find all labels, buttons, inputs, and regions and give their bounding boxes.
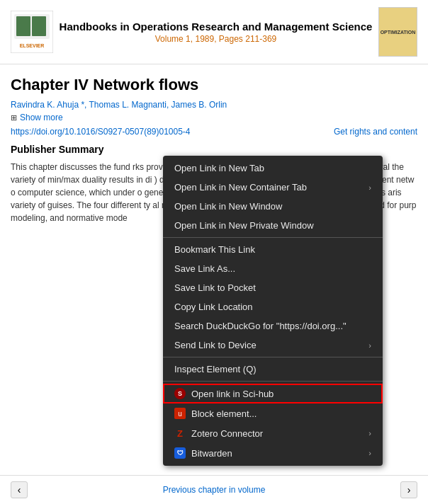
journal-volume: Volume 1, 1989, Pages 211-369 bbox=[53, 34, 378, 44]
bottom-navigation: ‹ Previous chapter in volume › bbox=[0, 475, 428, 504]
bitwarden-icon: 🛡 bbox=[174, 447, 186, 459]
svg-rect-2 bbox=[16, 16, 30, 36]
menu-open-sci-hub[interactable]: S Open link in Sci-hub bbox=[163, 384, 383, 403]
doi-row: https://doi.org/10.1016/S0927-0507(89)01… bbox=[11, 127, 417, 137]
arrow-icon: › bbox=[368, 341, 371, 350]
menu-bookmark-link[interactable]: Bookmark This Link bbox=[163, 240, 383, 259]
menu-open-new-window[interactable]: Open Link in New Window bbox=[163, 197, 383, 216]
arrow-icon: › bbox=[368, 183, 371, 192]
menu-divider-1 bbox=[163, 237, 383, 238]
doi-link[interactable]: https://doi.org/10.1016/S0927-0507(89)01… bbox=[11, 127, 191, 137]
prev-chapter-button[interactable]: ‹ bbox=[11, 481, 28, 498]
block-icon: u bbox=[174, 408, 186, 419]
journal-title: Handbooks in Operations Research and Man… bbox=[53, 20, 378, 44]
show-more-row: ⊞ Show more bbox=[11, 113, 417, 122]
sci-hub-icon: S bbox=[174, 388, 186, 399]
svg-text:ELSEVIER: ELSEVIER bbox=[20, 43, 45, 48]
get-rights-link[interactable]: Get rights and content bbox=[334, 127, 417, 137]
authors: Ravindra K. Ahuja *, Thomas L. Magnanti,… bbox=[11, 100, 417, 110]
menu-save-link-as[interactable]: Save Link As... bbox=[163, 259, 383, 278]
menu-block-element[interactable]: u Block element... bbox=[163, 403, 383, 423]
menu-divider-2 bbox=[163, 357, 383, 357]
menu-open-new-tab[interactable]: Open Link in New Tab bbox=[163, 159, 383, 178]
svg-rect-3 bbox=[32, 16, 46, 36]
book-thumbnail: OPTIMIZATION bbox=[378, 7, 417, 57]
menu-open-container-tab[interactable]: Open Link in New Container Tab › bbox=[163, 178, 383, 197]
menu-zotero[interactable]: Z Zotero Connector › bbox=[163, 423, 383, 443]
menu-divider-3 bbox=[163, 381, 383, 382]
arrow-icon: › bbox=[368, 429, 371, 437]
menu-search-duckduckgo[interactable]: Search DuckDuckGo for "https://doi.org..… bbox=[163, 316, 383, 336]
chapter-title: Chapter IV Network flows bbox=[11, 76, 417, 94]
next-chapter-button[interactable]: › bbox=[400, 481, 417, 498]
prev-chapter-link[interactable]: Previous chapter in volume bbox=[163, 485, 266, 495]
menu-save-to-pocket[interactable]: Save Link to Pocket bbox=[163, 278, 383, 297]
publisher-summary-heading: Publisher Summary bbox=[11, 144, 417, 155]
page-header: ELSEVIER Handbooks in Operations Researc… bbox=[0, 0, 428, 64]
elsevier-logo: ELSEVIER bbox=[11, 11, 53, 53]
menu-bitwarden[interactable]: 🛡 Bitwarden › bbox=[163, 443, 383, 463]
journal-title-text: Handbooks in Operations Research and Man… bbox=[53, 20, 378, 34]
expand-icon: ⊞ bbox=[11, 113, 17, 122]
arrow-icon: › bbox=[368, 449, 371, 457]
show-more-link[interactable]: Show more bbox=[20, 113, 63, 122]
menu-copy-link[interactable]: Copy Link Location bbox=[163, 297, 383, 316]
zotero-icon: Z bbox=[174, 428, 186, 439]
menu-open-private-window[interactable]: Open Link in New Private Window bbox=[163, 216, 383, 235]
menu-send-to-device[interactable]: Send Link to Device › bbox=[163, 336, 383, 355]
prev-chapter-label: Previous chapter in volume bbox=[28, 485, 400, 495]
context-menu: Open Link in New Tab Open Link in New Co… bbox=[163, 156, 383, 466]
menu-inspect-element[interactable]: Inspect Element (Q) bbox=[163, 360, 383, 379]
